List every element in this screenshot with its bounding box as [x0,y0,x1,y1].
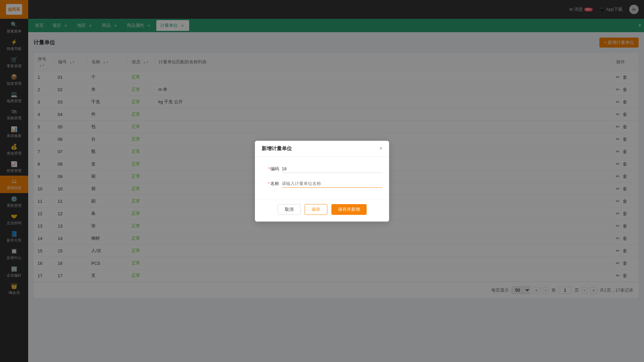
name-form-row: *名称 [262,180,382,188]
name-input[interactable] [282,180,382,188]
modal-header: 新增计量单位 × [255,141,389,157]
modal-footer: 取消 保存 保存并新增 [255,200,389,222]
modal-title: 新增计量单位 [262,145,292,152]
save-button[interactable]: 保存 [305,204,327,215]
name-label: *名称 [262,181,282,187]
code-form-row: *编码 [262,165,382,173]
modal-body: *编码 *名称 [255,157,389,200]
code-label: *编码 [262,166,282,172]
code-input[interactable] [282,165,382,173]
add-unit-modal: 新增计量单位 × *编码 *名称 取消 保存 保存并新增 [255,141,389,222]
modal-overlay[interactable]: 新增计量单位 × *编码 *名称 取消 保存 保存并新增 [0,0,644,362]
save-and-new-button[interactable]: 保存并新增 [331,204,367,215]
cancel-button[interactable]: 取消 [278,204,301,215]
modal-close-button[interactable]: × [379,145,382,152]
